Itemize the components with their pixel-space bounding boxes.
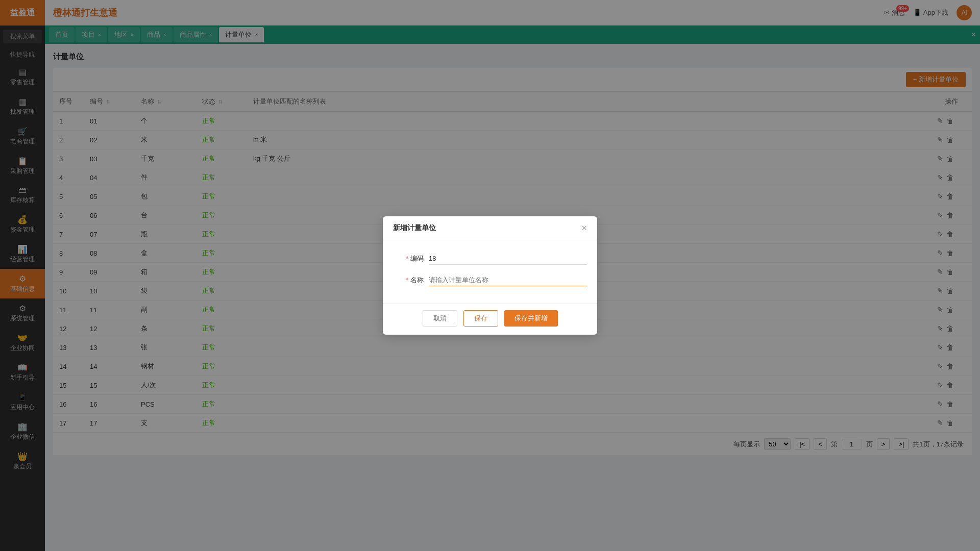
modal-footer: 取消 保存 保存并新增	[383, 304, 597, 335]
modal-close-button[interactable]: ×	[581, 223, 587, 233]
modal-header: 新增计量单位 ×	[383, 216, 597, 240]
cancel-button[interactable]: 取消	[423, 310, 457, 327]
modal-overlay[interactable]: 新增计量单位 × 编码 名称 取消 保存 保存并新增	[0, 0, 980, 551]
name-input[interactable]	[429, 274, 587, 286]
form-code-row: 编码	[393, 253, 587, 265]
save-new-button[interactable]: 保存并新增	[504, 310, 558, 327]
modal-title: 新增计量单位	[393, 223, 436, 233]
modal-body: 编码 名称	[383, 240, 597, 304]
form-name-row: 名称	[393, 274, 587, 286]
name-label: 名称	[393, 276, 424, 285]
code-label: 编码	[393, 254, 424, 263]
code-input[interactable]	[429, 253, 587, 265]
save-button[interactable]: 保存	[463, 310, 498, 327]
add-unit-modal: 新增计量单位 × 编码 名称 取消 保存 保存并新增	[383, 216, 597, 335]
